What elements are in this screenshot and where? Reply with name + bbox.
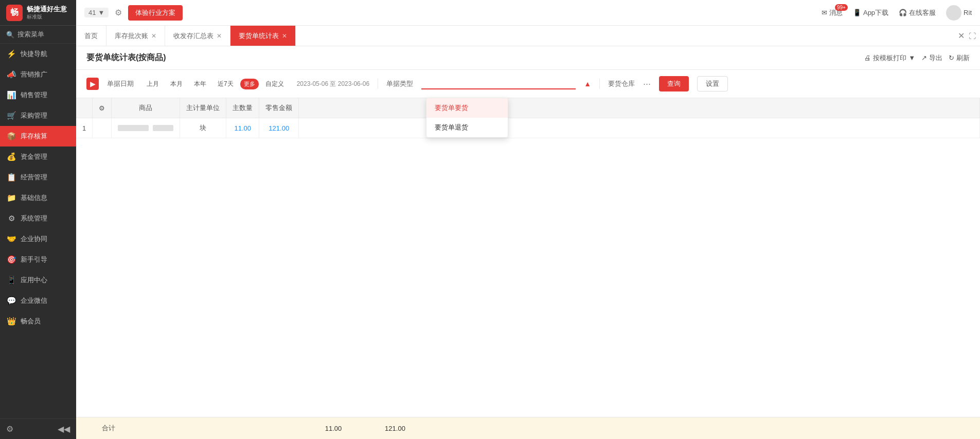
- purchase-icon: 🛒: [6, 111, 16, 121]
- main-area: 41 ▼ ⚙ 体验行业方案 ✉ 消息 99+ 📱 App下载 🎧 在线客服 R: [76, 0, 980, 439]
- sidebar-item-label: 企业协同: [21, 234, 47, 244]
- sidebar-item-quick-nav[interactable]: ⚡ 快捷导航: [0, 44, 76, 64]
- date-btn-this-year[interactable]: 本年: [189, 78, 211, 90]
- footer-collapse-icon[interactable]: ◀◀: [58, 424, 70, 434]
- sidebar-item-label: 畅会员: [21, 317, 41, 326]
- cell-quantity: 11.00: [226, 118, 259, 138]
- date-range-display: 2023-05-06 至 2023-06-06: [297, 80, 369, 88]
- sidebar-item-guide[interactable]: 🎯 新手引导: [0, 249, 76, 270]
- date-btn-this-month[interactable]: 本月: [166, 78, 187, 90]
- refresh-button[interactable]: ↻ 刷新: [949, 53, 970, 63]
- date-btn-last-month[interactable]: 上月: [142, 78, 164, 90]
- sidebar-item-label: 销售管理: [21, 90, 47, 100]
- header: 41 ▼ ⚙ 体验行业方案 ✉ 消息 99+ 📱 App下载 🎧 在线客服 R: [76, 0, 980, 26]
- sidebar-item-label: 资金管理: [21, 152, 47, 161]
- product-name-placeholder: [118, 125, 149, 131]
- footer-amount: 121.00: [364, 425, 426, 432]
- sidebar-item-inventory[interactable]: 📦 库存核算: [0, 126, 76, 147]
- tab-home[interactable]: 首页: [76, 26, 106, 46]
- service-icon: 🎧: [899, 9, 907, 16]
- logo-main: 畅捷通好生意: [27, 5, 67, 14]
- close-all-icon[interactable]: ✕: [958, 31, 965, 41]
- cell-amount: 121.00: [259, 118, 299, 138]
- quantity-link[interactable]: 11.00: [234, 124, 251, 132]
- product-code-placeholder: [153, 125, 173, 131]
- close-icon[interactable]: ✕: [282, 32, 287, 40]
- wechat-icon: 💬: [6, 296, 16, 306]
- app-download-button[interactable]: 📱 App下载: [853, 8, 888, 17]
- sidebar-item-wechat[interactable]: 💬 企业微信: [0, 290, 76, 311]
- sidebar-item-member[interactable]: 👑 畅会员: [0, 311, 76, 332]
- inventory-icon: 📦: [6, 131, 16, 141]
- sidebar-item-basics[interactable]: 📁 基础信息: [0, 188, 76, 208]
- sidebar-item-purchase[interactable]: 🛒 采购管理: [0, 105, 76, 126]
- system-icon: ⚙: [6, 213, 16, 224]
- finance-icon: 💰: [6, 152, 16, 162]
- sidebar-item-operations[interactable]: 📋 经营管理: [0, 167, 76, 188]
- col-amount: 零售金额: [259, 98, 299, 118]
- header-gear-icon[interactable]: ⚙: [115, 8, 122, 17]
- cell-extra: [299, 118, 980, 138]
- operations-icon: 📋: [6, 172, 16, 182]
- export-button[interactable]: ↗ 导出: [921, 53, 942, 63]
- sidebar-item-label: 快捷导航: [21, 49, 47, 59]
- col-gear[interactable]: ⚙: [93, 98, 112, 118]
- table-area: ⚙ 商品 主计量单位 主数量 零售金额 1: [76, 98, 980, 417]
- customer-service-label: 在线客服: [909, 8, 936, 17]
- data-table: ⚙ 商品 主计量单位 主数量 零售金额 1: [76, 98, 980, 138]
- query-button[interactable]: 查询: [659, 76, 689, 92]
- sidebar-item-sales[interactable]: 📊 销售管理: [0, 85, 76, 105]
- sidebar-search[interactable]: 🔍 搜索菜单: [0, 26, 76, 44]
- app-download-label: App下载: [863, 8, 888, 17]
- date-btn-more[interactable]: 更多: [240, 79, 259, 89]
- footer-quantity: 11.00: [302, 425, 364, 432]
- type-filter-input[interactable]: [421, 79, 576, 89]
- date-buttons: 上月 本月 本年 近7天 更多 自定义: [142, 78, 289, 90]
- tab-label: 要货单统计表: [239, 31, 279, 41]
- sidebar-item-app-center[interactable]: 📱 应用中心: [0, 270, 76, 290]
- dropdown-item-req-order[interactable]: 要货单要货: [426, 98, 508, 118]
- tab-inventory-batch[interactable]: 库存批次账 ✕: [106, 26, 165, 46]
- filter-toggle-button[interactable]: ▶: [86, 78, 99, 90]
- filter-divider: [378, 79, 378, 89]
- tab-label: 收发存汇总表: [173, 31, 213, 41]
- maximize-icon[interactable]: ⛶: [969, 32, 976, 40]
- enterprise-icon: 🤝: [6, 234, 16, 244]
- logo-sub: 标准版: [27, 13, 67, 20]
- refresh-label: 刷新: [956, 53, 970, 63]
- sidebar-item-enterprise[interactable]: 🤝 企业协同: [0, 229, 76, 249]
- print-template-button[interactable]: 🖨 按模板打印 ▼: [864, 53, 915, 63]
- promo-button[interactable]: 体验行业方案: [128, 5, 183, 21]
- tab-count-display: 41 ▼: [84, 8, 109, 17]
- close-icon[interactable]: ✕: [151, 32, 156, 40]
- messages-button[interactable]: ✉ 消息 99+: [822, 8, 843, 17]
- tab-requisition-summary[interactable]: 要货单统计表 ✕: [230, 26, 296, 46]
- customer-service-button[interactable]: 🎧 在线客服: [899, 8, 936, 17]
- close-icon[interactable]: ✕: [217, 32, 222, 40]
- sidebar-item-marketing[interactable]: 📣 营销推广: [0, 64, 76, 85]
- page-actions: 🖨 按模板打印 ▼ ↗ 导出 ↻ 刷新: [864, 53, 970, 63]
- tab-receive-summary[interactable]: 收发存汇总表 ✕: [165, 26, 230, 46]
- chevron-down-icon[interactable]: ▼: [98, 9, 104, 16]
- more-filters-button[interactable]: ···: [643, 79, 651, 88]
- basics-icon: 📁: [6, 193, 16, 203]
- sidebar-item-label: 经营管理: [21, 173, 47, 182]
- dropdown-item-req-return[interactable]: 要货单退货: [426, 118, 508, 137]
- search-label: 搜索菜单: [17, 30, 44, 39]
- footer-settings-icon[interactable]: ⚙: [6, 424, 13, 434]
- date-btn-custom[interactable]: 自定义: [261, 78, 289, 90]
- content-area: 要货单统计表(按商品) 🖨 按模板打印 ▼ ↗ 导出 ↻ 刷新 ▶: [76, 46, 980, 439]
- col-extra: [299, 98, 980, 118]
- col-seq: [76, 98, 93, 118]
- chevron-down-icon[interactable]: ▼: [908, 54, 915, 62]
- sidebar-item-system[interactable]: ⚙ 系统管理: [0, 208, 76, 229]
- user-menu[interactable]: Rit: [946, 5, 972, 21]
- table-settings-button[interactable]: 设置: [697, 76, 728, 92]
- type-filter-arrow[interactable]: ▲: [584, 80, 591, 88]
- sidebar-item-finance[interactable]: 💰 资金管理: [0, 147, 76, 167]
- amount-link[interactable]: 121.00: [269, 124, 289, 132]
- search-icon: 🔍: [6, 31, 14, 39]
- print-icon: 🖨: [864, 54, 871, 62]
- date-btn-7days[interactable]: 近7天: [213, 78, 238, 90]
- cell-gear: [93, 118, 112, 138]
